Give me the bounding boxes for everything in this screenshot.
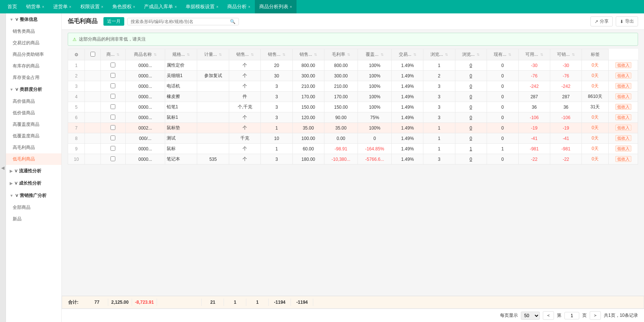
row-checkbox[interactable] [110,146,115,151]
row-checkbox[interactable] [110,94,115,99]
period-button[interactable]: 近一月 [103,17,124,26]
cell-view1[interactable]: 0 [455,133,487,144]
row-checkbox[interactable] [110,63,115,67]
col-sellable-days[interactable]: 可销... ⇅ [550,49,582,60]
sidebar-item-低毛利商品[interactable]: 低毛利商品 [6,153,61,165]
cell-settings-icon[interactable] [85,71,100,81]
cell-settings-icon[interactable] [85,102,100,112]
table-wrapper[interactable]: ⚙ 商... ⇅ 商品名称 ⇅ 规格... ⇅ 计量... ⇅ 销售... ⇅ … [62,49,644,296]
nav-close-icon[interactable]: × [69,5,71,9]
cell-view1[interactable]: 0 [455,60,487,71]
nav-close-icon[interactable]: × [248,5,250,9]
next-page-btn[interactable]: ＞ [590,311,601,320]
cell-view1[interactable]: 0 [455,81,487,92]
view1-link[interactable]: 0 [470,73,472,79]
page-input[interactable] [564,312,579,319]
cell-checkbox[interactable] [100,102,125,112]
col-available[interactable]: 可用... ⇅ [518,49,550,60]
cell-view1[interactable]: 0 [455,92,487,102]
nav-item-首页[interactable]: 首页 [3,0,22,13]
cell-view1[interactable]: 0 [455,71,487,81]
nav-close-icon[interactable]: × [42,5,44,9]
nav-close-icon[interactable]: × [133,5,135,9]
sidebar-item-商品分类助销率[interactable]: 商品分类助销率 [6,49,61,60]
row-checkbox[interactable] [110,136,115,140]
col-spec[interactable]: 规格... ⇅ [165,49,197,60]
col-code[interactable]: 商... ⇅ [100,49,125,60]
col-sales-profit[interactable]: 销售... ⇅ [292,49,324,60]
collapse-btn[interactable]: ◀ [0,13,6,322]
cell-settings-icon[interactable] [85,92,100,102]
search-input[interactable] [131,19,230,24]
cell-checkbox[interactable] [100,81,125,92]
col-view1[interactable]: 浏览... ⇅ [423,49,455,60]
cell-checkbox[interactable] [100,144,125,154]
sidebar-item-高覆盖度商品[interactable]: 高覆盖度商品 [6,119,61,130]
sidebar-item-库存资金占用[interactable]: 库存资金占用 [6,72,61,83]
view1-link[interactable]: 0 [470,84,472,89]
cell-checkbox[interactable] [100,154,125,165]
view1-link[interactable]: 1 [470,146,472,152]
col-coverage[interactable]: 覆盖... ⇅ [358,49,391,60]
sidebar-item-高毛利商品[interactable]: 高毛利商品 [6,142,61,153]
sidebar-item-销售类商品[interactable]: 销售类商品 [6,26,61,37]
cell-checkbox[interactable] [100,71,125,81]
col-sales-amount[interactable]: 销售... ⇅ [261,49,292,60]
cell-checkbox[interactable] [100,123,125,133]
nav-item-权限设置[interactable]: 权限设置 × [76,0,108,13]
col-view2[interactable]: 浏览... ⇅ [455,49,487,60]
col-trade-count[interactable]: 交易... ⇅ [392,49,423,60]
sidebar-item-交易过的商品[interactable]: 交易过的商品 [6,37,61,49]
sidebar-item-低价值商品[interactable]: 低价值商品 [6,107,61,119]
col-margin-rate[interactable]: 毛利率 ⇅ [324,49,358,60]
prev-page-btn[interactable]: ＜ [543,311,554,320]
nav-item-销货单[interactable]: 销货单 × [22,0,49,13]
view1-link[interactable]: 0 [470,157,472,162]
nav-close-icon[interactable]: × [174,5,177,9]
col-checkbox[interactable] [85,49,100,60]
sidebar-item-有库存的商品[interactable]: 有库存的商品 [6,60,61,72]
sidebar-item-新品[interactable]: 新品 [6,213,61,225]
cell-settings-icon[interactable] [85,154,100,165]
nav-close-icon[interactable]: × [290,5,292,9]
sidebar-item-全部商品[interactable]: 全部商品 [6,202,61,213]
cell-settings-icon[interactable] [85,123,100,133]
sidebar-group-营销推广分析[interactable]: ▼∨ 营销推广分析 [6,189,61,202]
view1-link[interactable]: 0 [470,105,472,110]
cell-settings-icon[interactable] [85,133,100,144]
cell-settings-icon[interactable] [85,144,100,154]
sidebar-group-成长性分析[interactable]: ▶∨ 成长性分析 [6,177,61,189]
cell-checkbox[interactable] [100,92,125,102]
row-checkbox[interactable] [110,104,115,109]
view1-link[interactable]: 0 [470,125,472,131]
cell-settings-icon[interactable] [85,112,100,123]
view1-link[interactable]: 0 [470,94,472,99]
search-icon[interactable]: 🔍 [230,19,236,24]
nav-item-商品分析列表[interactable]: 商品分析列表 × [255,0,297,13]
nav-item-单据模板设置[interactable]: 单据模板设置 × [181,0,223,13]
cell-checkbox[interactable] [100,112,125,123]
cell-view1[interactable]: 1 [455,144,487,154]
select-all-checkbox[interactable] [90,52,95,57]
sidebar-group-类群度分析[interactable]: ▼∨ 类群度分析 [6,83,61,96]
view1-link[interactable]: 0 [470,136,472,141]
cell-view1[interactable]: 0 [455,123,487,133]
view1-link[interactable]: 0 [470,115,472,120]
row-checkbox[interactable] [110,156,115,161]
sidebar-item-低覆盖度商品[interactable]: 低覆盖度商品 [6,130,61,142]
cell-view1[interactable]: 0 [455,112,487,123]
cell-checkbox[interactable] [100,133,125,144]
sidebar-group-整体信息[interactable]: ▼∨ 整体信息 [6,13,61,26]
row-checkbox[interactable] [110,83,115,88]
sidebar-group-流通性分析[interactable]: ▶∨ 流通性分析 [6,165,61,177]
share-button[interactable]: ↗ 分享 [590,16,613,26]
nav-item-进货单[interactable]: 进货单 × [49,0,76,13]
view1-link[interactable]: 0 [470,63,472,68]
nav-item-产成品入库单[interactable]: 产成品入库单 × [140,0,181,13]
row-checkbox[interactable] [110,115,115,119]
export-button[interactable]: ⬇ 导出 [616,16,638,26]
row-checkbox[interactable] [110,125,115,130]
col-unit[interactable]: 计量... ⇅ [197,49,229,60]
col-settings[interactable]: ⚙ [68,49,85,60]
cell-checkbox[interactable] [100,60,125,71]
